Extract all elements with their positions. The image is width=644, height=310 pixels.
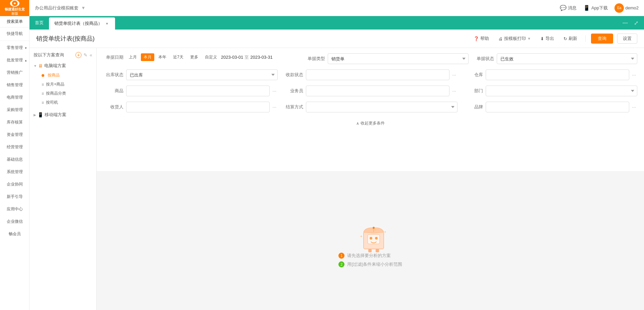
warehouse-dots[interactable]: ··· xyxy=(631,72,637,78)
sidebar-item-wechat[interactable]: 企业微信 xyxy=(0,215,29,228)
date-to[interactable]: 2023-03-31 xyxy=(250,55,273,60)
scheme-by-month-product-label: 按月+商品 xyxy=(46,82,64,87)
warehouse-wrap: ··· xyxy=(486,69,637,80)
date-tab-more[interactable]: 更多 xyxy=(187,53,201,61)
warehouse-out-label: 出库状态 xyxy=(103,72,123,78)
sidebar-item-apps[interactable]: 应用中心 xyxy=(0,203,29,215)
print-arrow[interactable]: ▼ xyxy=(527,37,531,41)
collapse-sidebar-icon[interactable]: « xyxy=(90,52,92,58)
industry-arrow[interactable]: ▼ xyxy=(81,5,86,10)
minimize-btn[interactable]: — xyxy=(621,19,629,27)
scheme-by-printer[interactable]: ≡ 按司机 xyxy=(30,98,96,107)
section-wrapper: 按以下方案查询 + ✎ « ▼ 🖥 电脑端方案 按商品 xyxy=(30,48,644,310)
sidebar-item-wholesale[interactable]: 批发管理 xyxy=(0,54,29,66)
main-area: 办公用品行业模拟账套 ▼ 💬 消息 📱 App下载 Ea demo2 首页 xyxy=(30,0,644,310)
app-download-btn[interactable]: 📱 App下载 xyxy=(583,5,608,11)
receipt-status-field: 收款状态 ··· xyxy=(283,69,458,80)
tab-home[interactable]: 首页 xyxy=(30,16,49,30)
help-btn[interactable]: ❓ 帮助 xyxy=(471,34,492,43)
top-header: 办公用品行业模拟账套 ▼ 💬 消息 📱 App下载 Ea demo2 xyxy=(30,0,644,16)
sidebar-item-basic[interactable]: 基础信息 xyxy=(0,153,29,166)
product-input[interactable] xyxy=(126,86,270,96)
date-tab-current[interactable]: 本月 xyxy=(141,53,154,61)
date-tab-7days[interactable]: 近7天 xyxy=(170,53,186,61)
salesman-input[interactable] xyxy=(306,86,449,96)
help-label: 帮助 xyxy=(480,36,489,42)
brand-dots[interactable]: ··· xyxy=(631,104,637,110)
sidebar: 畅捷通好生意 标版 搜索菜单 快捷导航 零售管理 批发管理 营销推广 销售管理 … xyxy=(0,0,30,310)
receiver-dots[interactable]: ··· xyxy=(271,104,278,110)
refresh-label: 刷新 xyxy=(569,36,577,42)
sidebar-item-operations[interactable]: 经营管理 xyxy=(0,141,29,153)
empty-tip-2: 2 用[过滤]条件来缩小分析范围 xyxy=(338,261,402,267)
desktop-icon: 🖥 xyxy=(38,63,43,68)
receiver-wrap: ··· xyxy=(126,102,278,112)
date-tab-prev[interactable]: 上月 xyxy=(126,53,140,61)
query-btn[interactable]: 查询 xyxy=(591,34,613,44)
tab-actions: — ⤢ xyxy=(621,19,644,27)
app-download-label: App下载 xyxy=(591,5,608,11)
sidebar-item-system[interactable]: 系统管理 xyxy=(0,166,29,178)
date-from[interactable]: 2023-03-01 xyxy=(221,55,244,60)
sidebar-item-sales[interactable]: 销售管理 xyxy=(0,79,29,91)
salesman-dots[interactable]: ··· xyxy=(451,88,458,94)
scheme-by-month-product[interactable]: ≡ 按月+商品 xyxy=(30,80,96,89)
department-select[interactable] xyxy=(486,86,637,96)
warehouse-field: 仓库 ··· xyxy=(463,69,637,80)
doc-type-select[interactable]: 销货单 xyxy=(328,53,469,64)
scheme-by-product-category[interactable]: ≡ 按商品分类 xyxy=(30,89,96,98)
date-tab-year[interactable]: 本年 xyxy=(156,53,169,61)
scheme-dot xyxy=(42,73,46,78)
tab-sales-report[interactable]: 销货单统计表（按商品） × xyxy=(49,17,115,30)
tab-close-icon[interactable]: × xyxy=(104,21,110,26)
divider xyxy=(0,41,29,41)
receipt-status-input[interactable] xyxy=(306,69,449,80)
print-btn[interactable]: 🖨 按模板打印 ▼ xyxy=(496,34,534,43)
add-scheme-icon[interactable]: + xyxy=(75,52,82,58)
sidebar-item-retail[interactable]: 零售管理 xyxy=(0,42,29,54)
sidebar-item-guide[interactable]: 新手引导 xyxy=(0,191,29,203)
product-label: 商品 xyxy=(103,88,123,94)
receipt-status-label: 收款状态 xyxy=(283,72,303,78)
sidebar-item-inventory[interactable]: 库存核算 xyxy=(0,116,29,128)
settings-btn[interactable]: 设置 xyxy=(617,34,637,44)
doc-status-select[interactable]: 已生效 xyxy=(497,53,638,64)
sidebar-item-procurement[interactable]: 采购管理 xyxy=(0,104,29,116)
desktop-section[interactable]: ▼ 🖥 电脑端方案 xyxy=(30,61,96,71)
mobile-section[interactable]: ▶ 📱 移动端方案 xyxy=(30,110,96,120)
user-profile-btn[interactable]: Ea demo2 xyxy=(614,3,639,13)
receiver-input[interactable] xyxy=(126,102,270,112)
product-dots[interactable]: ··· xyxy=(271,88,278,94)
brand-input[interactable] xyxy=(486,102,629,112)
collapse-btn[interactable]: ∧ 收起更多条件 xyxy=(356,120,385,126)
collapse-arrow: ∧ xyxy=(356,121,359,126)
sidebar-item-enterprise[interactable]: 企业协同 xyxy=(0,178,29,191)
sidebar-item-member[interactable]: 畅会员 xyxy=(0,228,29,240)
maximize-btn[interactable]: ⤢ xyxy=(632,19,640,27)
sidebar-item-quicknav[interactable]: 快捷导航 xyxy=(0,28,29,40)
message-btn[interactable]: 💬 消息 xyxy=(560,5,577,11)
edit-scheme-icon[interactable]: ✎ xyxy=(84,52,88,58)
settlement-select[interactable] xyxy=(306,102,458,112)
message-icon: 💬 xyxy=(560,5,567,11)
scheme-by-product[interactable]: 按商品 xyxy=(30,71,96,80)
warehouse-out-select[interactable]: 已出库 xyxy=(126,69,278,80)
sidebar-item-marketing[interactable]: 营销推广 xyxy=(0,66,29,79)
industry-selector[interactable]: 办公用品行业模拟账套 xyxy=(35,5,78,11)
user-name: demo2 xyxy=(625,5,639,10)
refresh-btn[interactable]: ↻ 刷新 xyxy=(561,34,580,43)
date-range-inputs: 2023-03-01 至 2023-03-31 xyxy=(221,54,273,60)
receipt-status-dots[interactable]: ··· xyxy=(451,72,458,78)
warehouse-input[interactable] xyxy=(486,69,629,80)
empty-state: ✦ ✦ 1 请先选择要分析的方案 2 用[过滤]条件来缩小分析范围 xyxy=(338,214,402,267)
scheme-icon3: ≡ xyxy=(42,100,44,105)
department-label: 部门 xyxy=(463,88,483,94)
svg-rect-2 xyxy=(368,235,380,244)
sidebar-item-ecommerce[interactable]: 电商管理 xyxy=(0,91,29,104)
date-tab-custom[interactable]: 自定义 xyxy=(202,53,220,61)
export-btn[interactable]: ⬇ 导出 xyxy=(538,34,557,43)
search-menu-item[interactable]: 搜索菜单 xyxy=(0,16,29,28)
svg-rect-7 xyxy=(368,249,372,252)
scheme-by-product-category-label: 按商品分类 xyxy=(46,91,66,96)
sidebar-item-finance[interactable]: 资金管理 xyxy=(0,128,29,141)
